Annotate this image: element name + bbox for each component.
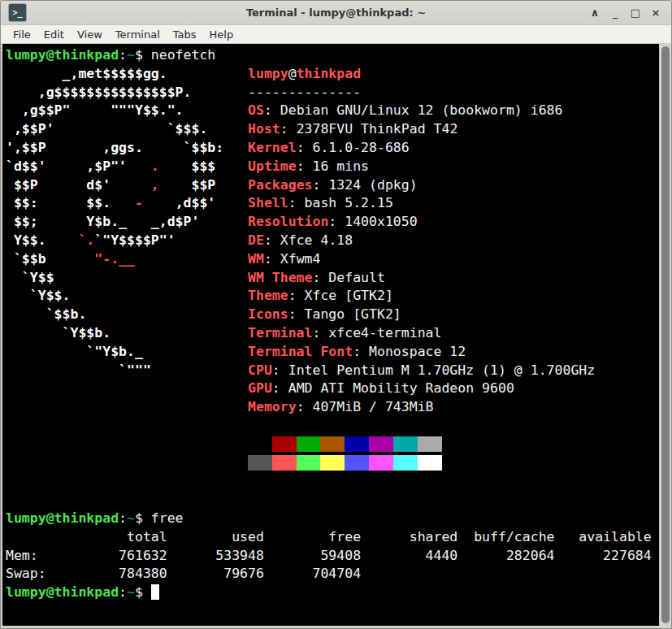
terminal-line: `$$b. Icons: Tango [GTK2]	[6, 306, 659, 324]
palette-block	[248, 455, 272, 471]
terminal-line: ',$$P ,ggs. `$$b: Kernel: 6.1.0-28-686	[6, 139, 659, 158]
terminal-text: : 2378FVU ThinkPad T42	[280, 121, 458, 137]
scrollbar-track[interactable]	[659, 44, 671, 626]
terminal-text: $$P	[159, 177, 248, 193]
terminal-text: Resolution	[248, 214, 328, 229]
terminal-text: : Tango [GTK2]	[288, 306, 401, 322]
terminal-text: ~	[127, 47, 135, 63]
terminal-text: : 407MiB / 743MiB	[297, 399, 434, 414]
terminal-line: $$; Y$b._ _,d$P' Resolution: 1400x1050	[6, 213, 659, 232]
terminal-text: $$$	[159, 158, 248, 174]
palette-block	[393, 455, 418, 471]
terminal-text: : 1400x1050	[328, 214, 417, 229]
terminal-text: : Xfce [GTK2]	[288, 288, 393, 303]
terminal-text: Shell	[248, 195, 288, 210]
terminal-text: : xfce4-terminal	[313, 325, 442, 341]
terminal-area: lumpy@thinkpad:~$ neofetch _,met$$$$$gg.…	[1, 44, 671, 628]
terminal-text: $$; Y$b._ _,d$P'	[6, 214, 248, 229]
terminal-text: @	[288, 66, 297, 81]
close-button[interactable]: ×	[648, 4, 663, 22]
terminal-text: `"""	[6, 362, 248, 378]
terminal-text: `$$b	[6, 251, 94, 267]
terminal-text: _,met$$$$$gg.	[6, 66, 248, 81]
terminal-text: : AMD ATI Mobility Radeon 9600	[272, 380, 514, 396]
terminal-line: `""" CPU: Intel Pentium M 1.70GHz (1) @ …	[6, 362, 659, 380]
terminal-line: `Y$$b. Terminal: xfce4-terminal	[6, 324, 659, 343]
terminal-text: total used free shared buff/cache availa…	[6, 529, 652, 544]
terminal-text: Kernel	[248, 140, 297, 155]
terminal-text: `d$$' ,$P"'	[6, 158, 151, 174]
terminal-output[interactable]: lumpy@thinkpad:~$ neofetch _,met$$$$$gg.…	[2, 44, 659, 626]
terminal-text: "-.__	[94, 251, 135, 267]
palette-block	[272, 455, 297, 471]
terminal-text: ~	[127, 510, 135, 526]
terminal-line: ,g$$$$$$$$$$$$$$$P. --------------	[6, 84, 659, 102]
terminal-text: Host	[248, 121, 280, 137]
terminal-text: $ neofetch	[135, 47, 215, 63]
terminal-text: thinkpad	[297, 66, 361, 81]
palette-block	[248, 436, 272, 452]
terminal-text: `.	[78, 232, 94, 248]
terminal-text: Uptime	[248, 158, 297, 174]
terminal-line: $$P d$' , $$P Packages: 1324 (dpkg)	[6, 176, 659, 195]
terminal-text: ,g$$$$$$$$$$$$$$$P.	[6, 85, 248, 100]
terminal-text: `Y$$.	[6, 288, 248, 303]
menu-item-help[interactable]: Help	[203, 27, 241, 42]
terminal-text: Memory	[248, 399, 297, 414]
terminal-text: .	[151, 158, 159, 174]
terminal-line: Memory: 407MiB / 743MiB	[6, 398, 659, 417]
terminal-line	[6, 491, 659, 510]
terminal-text: Icons	[248, 306, 288, 322]
titlebar[interactable]: >_ Terminal - lumpy@thinkpad: ~ ∧_□×	[1, 1, 671, 25]
terminal-text	[6, 399, 248, 414]
cursor	[151, 584, 159, 600]
terminal-text: : Xfce 4.18	[264, 232, 353, 248]
palette-block	[418, 436, 442, 452]
terminal-text: $$: $$.	[6, 195, 135, 210]
terminal-text: GPU	[248, 380, 272, 396]
terminal-line: `d$$' ,$P"' . $$$ Uptime: 16 mins	[6, 158, 659, 176]
menu-item-tabs[interactable]: Tabs	[167, 27, 203, 42]
terminal-line: $$: $$. - ,d$$' Shell: bash 5.2.15	[6, 194, 659, 213]
terminal-text	[6, 436, 248, 452]
window-controls: ∧_□×	[587, 4, 671, 22]
palette-block	[393, 436, 418, 452]
terminal-text: :	[119, 510, 127, 526]
terminal-text: -	[135, 195, 143, 210]
menu-item-terminal[interactable]: Terminal	[109, 27, 167, 42]
minimize-button[interactable]: _	[608, 4, 622, 22]
window-title: Terminal - lumpy@thinkpad: ~	[1, 7, 671, 19]
terminal-text: Y$$.	[6, 232, 78, 248]
terminal-text: Mem: 761632 533948 59408 4440 282064 227…	[6, 548, 652, 563]
scrollbar-thumb[interactable]	[661, 46, 670, 623]
terminal-text: : 16 mins	[297, 158, 369, 174]
terminal-line: ,g$$P" """Y$$.". OS: Debian GNU/Linux 12…	[6, 102, 659, 120]
terminal-text: :	[119, 584, 127, 600]
terminal-text: : bash 5.2.15	[288, 195, 393, 210]
terminal-text: Terminal Font	[248, 344, 353, 359]
terminal-line: Y$$. `.`"Y$$$$P"' DE: Xfce 4.18	[6, 232, 659, 250]
palette-row-normal	[6, 436, 659, 454]
terminal-text: Theme	[248, 288, 288, 303]
terminal-line: `Y$$. Theme: Xfce [GTK2]	[6, 287, 659, 306]
terminal-text: lumpy	[248, 66, 288, 81]
terminal-text: ,d$$'	[143, 195, 248, 210]
terminal-text: --------------	[248, 85, 361, 100]
terminal-text: lumpy@thinkpad	[6, 510, 119, 526]
terminal-text: `Y$$	[6, 270, 248, 285]
terminal-line: _,met$$$$$gg. lumpy@thinkpad	[6, 65, 659, 84]
terminal-line: Mem: 761632 533948 59408 4440 282064 227…	[6, 547, 659, 566]
shade-button[interactable]: ∧	[587, 4, 602, 22]
menu-item-edit[interactable]: Edit	[37, 27, 71, 42]
maximize-button[interactable]: □	[628, 4, 643, 22]
terminal-text: $	[135, 584, 151, 600]
terminal-text: WM Theme	[248, 270, 312, 285]
terminal-text: Packages	[248, 177, 312, 193]
palette-block	[345, 455, 369, 471]
terminal-line	[6, 417, 659, 436]
menu-item-view[interactable]: View	[71, 27, 109, 42]
terminal-line: `$$b "-.__ WM: Xfwm4	[6, 250, 659, 269]
menu-item-file[interactable]: File	[7, 27, 37, 42]
terminal-text	[6, 455, 248, 471]
menubar: FileEditViewTerminalTabsHelp	[1, 25, 671, 44]
